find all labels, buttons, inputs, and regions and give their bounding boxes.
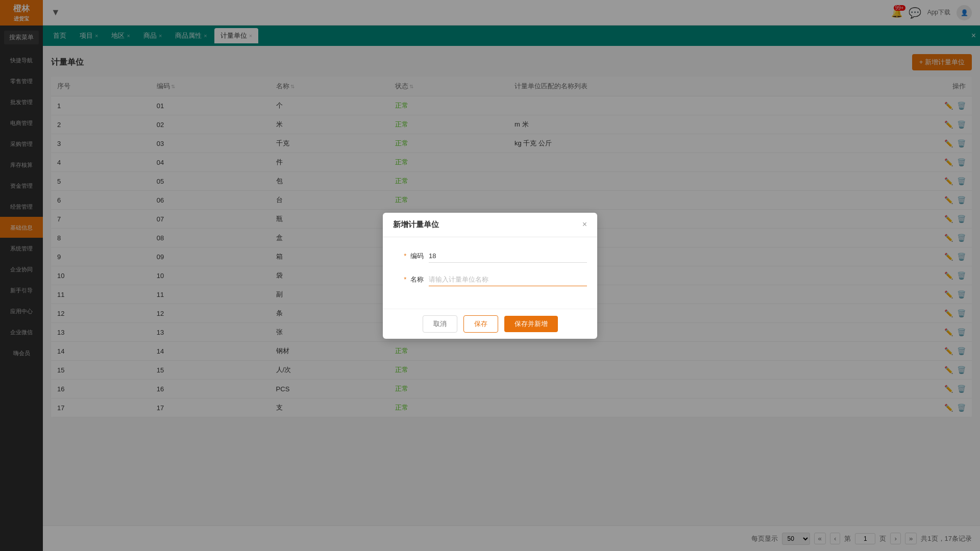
modal-title: 新增计量单位 (393, 220, 439, 230)
code-label: * 编码 (393, 252, 424, 261)
name-input[interactable] (429, 273, 587, 286)
modal-body: * 编码 * 名称 (383, 237, 597, 309)
modal-overlay: 新增计量单位 × * 编码 * 名称 取消 保存 保存并新增 (0, 0, 980, 551)
save-button[interactable]: 保存 (463, 315, 498, 333)
code-required-mark: * (404, 252, 406, 260)
name-label: * 名称 (393, 275, 424, 284)
modal-header: 新增计量单位 × (383, 213, 597, 237)
modal-close-button[interactable]: × (582, 220, 587, 229)
code-input[interactable] (429, 249, 587, 263)
code-label-text: 编码 (410, 252, 424, 260)
code-form-row: * 编码 (393, 249, 587, 263)
add-unit-modal: 新增计量单位 × * 编码 * 名称 取消 保存 保存并新增 (383, 213, 597, 339)
cancel-button[interactable]: 取消 (423, 315, 457, 333)
name-form-row: * 名称 (393, 273, 587, 286)
save-and-new-button[interactable]: 保存并新增 (504, 316, 558, 332)
modal-footer: 取消 保存 保存并新增 (383, 309, 597, 339)
name-required-mark: * (404, 276, 406, 283)
name-label-text: 名称 (410, 276, 424, 283)
